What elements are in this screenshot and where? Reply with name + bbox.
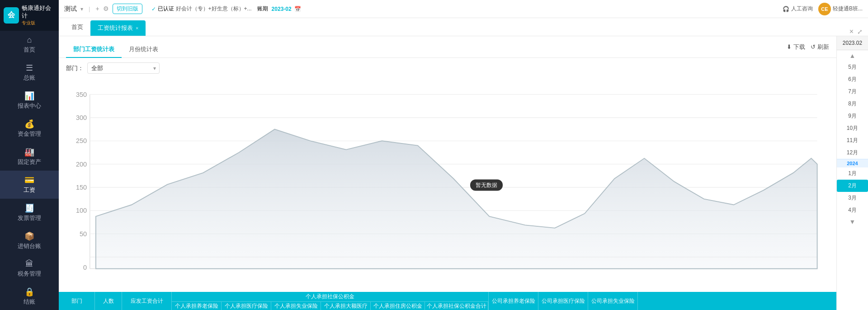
month-7[interactable]: 7月 <box>837 86 868 98</box>
col-count: 人数 <box>95 292 122 310</box>
year-header: 2023.02 <box>837 36 868 50</box>
download-icon: ⬇ <box>787 43 792 50</box>
col-medical: 个人承担医疗保险 <box>222 302 271 310</box>
month-9[interactable]: 9月 <box>837 110 868 122</box>
window-controls: × ⤢ <box>846 28 868 36</box>
content-panel: 部门工资统计表 月份统计表 ⬇ 下载 ↺ 刷新 <box>59 36 836 310</box>
month-2024-4[interactable]: 4月 <box>837 204 868 216</box>
refresh-btn[interactable]: ↺ 刷新 <box>811 43 829 51</box>
group-label: 个人承担社保公积金 <box>172 292 488 302</box>
tab-home-label: 首页 <box>71 24 83 30</box>
sidebar-label-ledger: 总账 <box>24 74 35 82</box>
tab-dept-salary[interactable]: 部门工资统计表 <box>66 42 122 58</box>
sub-tabs: 部门工资统计表 月份统计表 <box>59 36 787 57</box>
sidebar-item-invoice[interactable]: 🧾 发票管理 <box>0 199 59 227</box>
sidebar-item-salary[interactable]: 💳 工资 <box>0 171 59 199</box>
year-nav: ▲ 5月 6月 7月 8月 9月 10月 <box>837 50 868 227</box>
col-co-pension: 公司承担养老保险 <box>489 292 538 310</box>
sidebar-item-reports[interactable]: 📊 报表中心 <box>0 86 59 114</box>
service-btn[interactable]: 🎧 人工咨询 <box>783 5 813 13</box>
sidebar-label-home: 首页 <box>24 46 35 54</box>
logo[interactable]: 会 畅康通好会计 专业版 <box>0 0 59 31</box>
user-area[interactable]: CE 轻捷通B班... <box>818 3 863 15</box>
headset-icon: 🎧 <box>783 6 789 12</box>
bottom-table-header: 部门 人数 应发工资合计 个人承担社保公积金 个人承担养老保险 <box>59 292 836 310</box>
period-label: 账期 <box>257 5 268 13</box>
col-total-social: 个人承担社保公积金合计 <box>425 302 488 310</box>
main-content: 测试 ▾ | + ⚙ 切到旧版 ✓ 已认证 好会计（专）+好生意（标）+... … <box>59 0 868 310</box>
tab-bar: 首页 工资统计报表 × × ⤢ <box>59 18 868 36</box>
sales-icon: 📦 <box>24 231 34 241</box>
sidebar-label-tax: 税务管理 <box>18 270 41 278</box>
home-icon: ⌂ <box>27 35 32 45</box>
svg-text:0: 0 <box>83 264 87 271</box>
add-icon[interactable]: + <box>95 5 99 12</box>
check-icon: ✓ <box>151 6 156 12</box>
dept-select-wrapper: 全部 ▾ <box>87 62 160 74</box>
svg-text:350: 350 <box>76 91 87 98</box>
sidebar-item-tax[interactable]: 🏛 税务管理 <box>0 255 59 282</box>
download-btn[interactable]: ⬇ 下载 <box>787 43 805 51</box>
tags-text: 好会计（专）+好生意（标）+... <box>176 5 252 13</box>
svg-text:100: 100 <box>76 207 87 215</box>
gear-icon[interactable]: ⚙ <box>103 5 109 12</box>
col-pension: 个人承担养老保险 <box>172 302 222 310</box>
funds-icon: 💰 <box>24 119 34 129</box>
period-value: 2023-02 <box>272 6 292 12</box>
month-10[interactable]: 10月 <box>837 122 868 134</box>
year-down-btn[interactable]: ▼ <box>837 216 868 227</box>
sidebar-item-funds[interactable]: 💰 资金管理 <box>0 114 59 143</box>
sidebar-label-closing: 结账 <box>24 298 35 306</box>
dropdown-arrow-icon[interactable]: ▾ <box>80 6 83 12</box>
sidebar-item-sales[interactable]: 📦 进销台账 <box>0 227 59 255</box>
tab-close-icon[interactable]: × <box>136 25 138 31</box>
close-button[interactable]: × <box>849 28 854 36</box>
month-5[interactable]: 5月 <box>837 61 868 73</box>
month-6[interactable]: 6月 <box>837 73 868 86</box>
refresh-label: 刷新 <box>817 43 829 51</box>
svg-text:200: 200 <box>76 161 87 168</box>
ledger-icon: ☰ <box>26 63 33 73</box>
sidebar-label-invoice: 发票管理 <box>18 214 41 222</box>
sidebar-label-reports: 报表中心 <box>18 102 41 110</box>
sidebar-item-ledger[interactable]: ☰ 总账 <box>0 58 59 86</box>
top-bar: 测试 ▾ | + ⚙ 切到旧版 ✓ 已认证 好会计（专）+好生意（标）+... … <box>59 0 868 18</box>
svg-text:250: 250 <box>76 138 87 145</box>
month-2024-3[interactable]: 3月 <box>837 192 868 204</box>
expand-button[interactable]: ⤢ <box>857 28 863 35</box>
toolbar: 部门： 全部 ▾ <box>59 58 836 78</box>
status-area: ✓ 已认证 好会计（专）+好生意（标）+... 账期 2023-02 📅 <box>151 5 301 13</box>
month-12[interactable]: 12月 <box>837 147 868 159</box>
switch-old-btn[interactable]: 切到旧版 <box>113 4 142 14</box>
dept-select[interactable]: 全部 <box>87 62 160 74</box>
col-dept: 部门 <box>59 292 95 310</box>
col-unemploy: 个人承担失业保险 <box>271 302 321 310</box>
svg-text:300: 300 <box>76 114 87 121</box>
sidebar-item-closing[interactable]: 🔒 结账 <box>0 282 59 310</box>
month-8[interactable]: 8月 <box>837 98 868 110</box>
calendar-icon[interactable]: 📅 <box>294 6 301 12</box>
sub-tab-bar: 部门工资统计表 月份统计表 ⬇ 下载 ↺ 刷新 <box>59 36 836 58</box>
month-2024-1[interactable]: 1月 <box>837 167 868 180</box>
sidebar-label-funds: 资金管理 <box>18 130 41 138</box>
sidebar-label-salary: 工资 <box>24 186 35 194</box>
tax-icon: 🏛 <box>25 259 33 269</box>
month-11[interactable]: 11月 <box>837 134 868 147</box>
dept-label: 部门： <box>66 64 84 72</box>
sidebar-item-home[interactable]: ⌂ 首页 <box>0 31 59 58</box>
tab-salary-report[interactable]: 工资统计报表 × <box>90 20 146 36</box>
svg-text:50: 50 <box>80 230 87 238</box>
user-name: 轻捷通B班... <box>833 5 863 13</box>
tab-home[interactable]: 首页 <box>64 19 90 36</box>
logo-title: 畅康通好会计 <box>22 5 55 20</box>
tab-monthly-salary[interactable]: 月份统计表 <box>122 42 165 58</box>
year-month-panel: 2023.02 ▲ 5月 6月 7月 8月 9月 1 <box>836 36 868 310</box>
year-up-btn[interactable]: ▲ <box>837 50 868 61</box>
col-housing: 个人承担住房公积金 <box>371 302 425 310</box>
tab-active-label: 工资统计报表 <box>98 24 133 32</box>
sidebar-item-assets[interactable]: 🏭 固定资产 <box>0 143 59 171</box>
chart-area: 350 300 250 200 150 100 50 0 <box>59 78 836 292</box>
month-2024-2[interactable]: 2月 <box>837 180 868 192</box>
project-name: 测试 <box>64 5 77 13</box>
download-label: 下载 <box>793 43 805 51</box>
